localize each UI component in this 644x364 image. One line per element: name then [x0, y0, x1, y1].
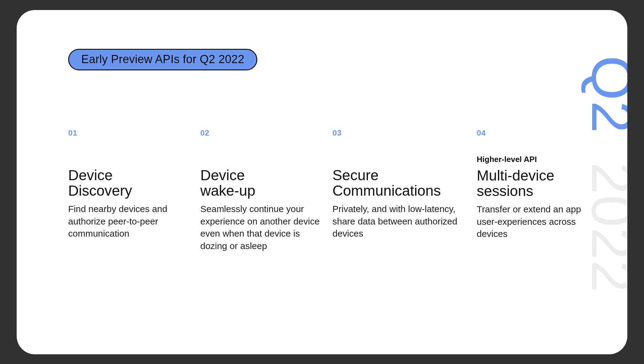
presentation-slide: Early Preview APIs for Q2 2022 Q2 2022 0… [17, 10, 627, 354]
feature-title: Device Discovery [68, 167, 189, 199]
feature-description: Transfer or extend an app user-experienc… [477, 203, 598, 240]
feature-number: 02 [200, 128, 322, 138]
feature-columns: 01 Device Discovery Find nearby devices … [68, 128, 564, 252]
feature-subhead: Higher-level API [477, 155, 598, 164]
header-pill-label: Early Preview APIs for Q2 2022 [81, 53, 244, 66]
feature-column-2: 02 Device wake-up Seamlessly continue yo… [200, 128, 322, 252]
feature-description: Seamlessly continue your experience on a… [200, 203, 322, 252]
feature-title: Device wake-up [200, 167, 322, 199]
feature-number: 01 [68, 128, 189, 138]
feature-column-1: 01 Device Discovery Find nearby devices … [68, 128, 189, 252]
feature-title: Secure Communications [332, 167, 466, 199]
feature-column-4: 04 Higher-level API Multi-device session… [477, 128, 598, 252]
feature-number: 04 [477, 128, 598, 138]
feature-description: Privately, and with low-latency, share d… [332, 203, 466, 240]
feature-description: Find nearby devices and authorize peer-t… [68, 203, 189, 240]
feature-number: 03 [332, 128, 466, 138]
header-pill: Early Preview APIs for Q2 2022 [68, 49, 257, 70]
feature-column-3: 03 Secure Communications Privately, and … [332, 128, 466, 252]
background-q2: Q2 [580, 56, 627, 133]
feature-title: Multi-device sessions [477, 168, 598, 199]
